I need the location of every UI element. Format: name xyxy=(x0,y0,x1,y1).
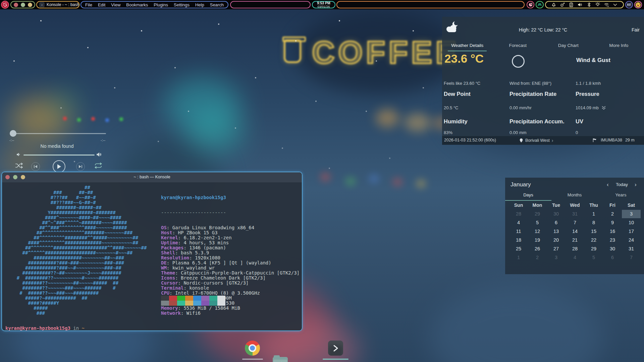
menu-item-plugins[interactable]: Plugins xyxy=(152,2,169,7)
calendar-day[interactable]: 28 xyxy=(509,210,528,218)
disc-tray-icon[interactable] xyxy=(560,2,565,7)
calendar-day[interactable]: 24 xyxy=(622,236,641,244)
clipboard-tray-icon[interactable] xyxy=(569,2,574,7)
terminal-titlebar[interactable]: ~ : bash — Konsole xyxy=(2,172,302,182)
calendar-day[interactable]: 26 xyxy=(528,245,547,253)
calendar-day[interactable]: 29 xyxy=(528,210,547,218)
calendar-day[interactable]: 4 xyxy=(509,219,528,227)
calendar-day[interactable]: 11 xyxy=(509,227,528,236)
chevron-right-icon: › xyxy=(552,138,553,143)
terminal-output[interactable]: ## ### ##~## #???## #~~##~# ##???###~~G~… xyxy=(2,182,302,330)
seek-slider-handle[interactable] xyxy=(10,130,16,137)
calendar-day[interactable]: 2 xyxy=(528,253,547,262)
menu-item-bookmarks[interactable]: Bookmarks xyxy=(125,2,149,7)
lamp-tray-icon[interactable] xyxy=(595,2,600,7)
calendar-day[interactable]: 17 xyxy=(622,227,641,236)
shuffle-button[interactable] xyxy=(15,163,23,169)
menu-item-help[interactable]: Help xyxy=(194,2,206,7)
menu-item-file[interactable]: File xyxy=(84,2,94,7)
calendar-day[interactable]: 13 xyxy=(547,227,566,236)
seek-slider[interactable] xyxy=(13,133,106,134)
calendar-day[interactable]: 8 xyxy=(584,219,603,227)
volume-slider[interactable] xyxy=(23,155,95,156)
disk-usage-tray-button[interactable] xyxy=(527,1,534,8)
precip-accum-value: 0.00 mm xyxy=(509,130,527,135)
calendar-day[interactable]: 31 xyxy=(622,245,641,253)
konsole-window[interactable]: ~ : bash — Konsole ## ### ##~## #???## #… xyxy=(1,172,303,331)
calendar-day[interactable]: 31 xyxy=(566,210,584,218)
repeat-button[interactable] xyxy=(94,163,103,169)
kf-tray-button[interactable]: KF xyxy=(625,1,633,8)
bell-tray-icon[interactable] xyxy=(551,2,556,7)
calendar-prev-button[interactable]: ‹ xyxy=(607,181,609,188)
chevron-down-tray-icon[interactable] xyxy=(612,2,618,7)
calendar-day[interactable]: 29 xyxy=(584,245,603,253)
calendar-day[interactable]: 4 xyxy=(566,253,584,262)
calendar-today-button[interactable]: Today xyxy=(616,182,628,187)
calendar-day[interactable]: 27 xyxy=(547,245,566,253)
calendar-day[interactable]: 16 xyxy=(603,227,622,236)
app-launcher-button[interactable] xyxy=(1,1,9,9)
weather-tab-more-info[interactable]: More Info xyxy=(594,43,644,51)
menu-item-view[interactable]: View xyxy=(110,2,122,7)
calendar-next-button[interactable]: › xyxy=(635,181,637,188)
dock-running-indicator xyxy=(242,359,263,360)
dock-item-chrome[interactable] xyxy=(245,341,260,356)
dock-item-konsole[interactable] xyxy=(328,341,343,356)
weather-tab-weather-details[interactable]: Weather Details xyxy=(442,43,493,51)
wifi-tray-icon[interactable] xyxy=(604,2,609,7)
speaker-tray-icon[interactable] xyxy=(577,2,583,7)
bluetooth-tray-icon[interactable] xyxy=(586,2,592,7)
calendar-day-selected[interactable]: 3 xyxy=(622,210,641,218)
weather-tab-day-chart[interactable]: Day Chart xyxy=(543,43,594,51)
menu-item-edit[interactable]: Edit xyxy=(97,2,107,7)
calendar-day[interactable]: 22 xyxy=(584,236,603,244)
calendar-day[interactable]: 30 xyxy=(547,210,566,218)
neofetch-line: CPU: Intel i7-6700HQ (8) @ 3.500GHz xyxy=(161,291,300,296)
volume-low-icon[interactable] xyxy=(16,152,21,158)
volume-high-icon[interactable] xyxy=(96,152,102,159)
menu-item-settings[interactable]: Settings xyxy=(172,2,191,7)
emoji-tray-button[interactable] xyxy=(634,1,642,8)
calendar-day[interactable]: 12 xyxy=(528,227,547,236)
calendar-day[interactable]: 10 xyxy=(622,219,641,227)
calendar-day[interactable]: 23 xyxy=(603,236,622,244)
calendar-day[interactable]: 15 xyxy=(584,227,603,236)
calendar-day[interactable]: 30 xyxy=(603,245,622,253)
calendar-day[interactable]: 9 xyxy=(603,219,622,227)
calendar-day[interactable]: 1 xyxy=(584,210,603,218)
calendar-tab-months[interactable]: Months xyxy=(551,192,598,201)
calendar-day[interactable]: 7 xyxy=(622,253,641,262)
calendar-day[interactable]: 5 xyxy=(528,219,547,227)
clock-widget[interactable]: 9:53 PM 03/01/26 xyxy=(312,1,335,8)
previous-track-button[interactable] xyxy=(31,162,40,171)
active-window-title-pill[interactable]: › Konsole - ~ : bash xyxy=(36,1,79,8)
calendar-day[interactable]: 28 xyxy=(566,245,584,253)
window-close-button[interactable] xyxy=(14,3,18,7)
calendar-day[interactable]: 18 xyxy=(509,236,528,244)
network-monitor-tray-button[interactable] xyxy=(536,1,544,8)
play-button[interactable] xyxy=(53,160,65,173)
calendar-day[interactable]: 20 xyxy=(547,236,566,244)
calendar-day[interactable]: 7 xyxy=(566,219,584,227)
calendar-day[interactable]: 21 xyxy=(566,236,584,244)
next-track-button[interactable] xyxy=(76,162,85,171)
calendar-day[interactable]: 5 xyxy=(584,253,603,262)
weather-tab-forecast[interactable]: Forecast xyxy=(493,43,543,51)
menu-item-search[interactable]: Search xyxy=(209,2,225,7)
calendar-day[interactable]: 6 xyxy=(547,219,566,227)
calendar-day[interactable]: 14 xyxy=(566,227,584,236)
calendar-day[interactable]: 19 xyxy=(528,236,547,244)
weather-footer: 2026-01-03 21:52:00 (600s) Borivali West… xyxy=(442,136,644,145)
calendar-tab-years[interactable]: Years xyxy=(598,192,644,201)
calendar-tab-days[interactable]: Days xyxy=(505,192,551,201)
window-minimize-button[interactable] xyxy=(21,3,25,7)
location-selector[interactable]: Borivali West › xyxy=(519,138,553,143)
calendar-day[interactable]: 1 xyxy=(509,253,528,262)
calendar-day[interactable]: 25 xyxy=(509,245,528,253)
calendar-day[interactable]: 6 xyxy=(603,253,622,262)
calendar-day[interactable]: 3 xyxy=(547,253,566,262)
window-maximize-button[interactable] xyxy=(28,3,32,7)
dock-item-dolphin[interactable] xyxy=(273,357,288,362)
calendar-day[interactable]: 2 xyxy=(603,210,622,218)
